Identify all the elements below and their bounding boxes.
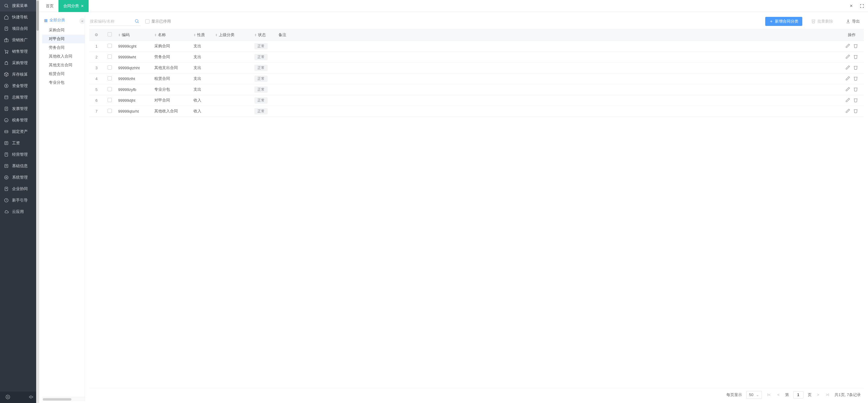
prev-page-button[interactable]: < bbox=[776, 393, 781, 397]
sidebar-item-search[interactable]: 搜索菜单 bbox=[0, 0, 39, 11]
export-icon bbox=[846, 19, 850, 24]
first-page-button[interactable]: I< bbox=[766, 393, 772, 397]
status-badge: 正常 bbox=[254, 54, 268, 60]
th-nature-label: 性质 bbox=[197, 33, 205, 37]
fullscreen-icon[interactable] bbox=[858, 2, 866, 10]
add-category-button[interactable]: ＋ 新增合同分类 bbox=[765, 17, 802, 26]
sidebar-scrollbar-thumb[interactable] bbox=[36, 1, 39, 31]
sidebar-item-sys[interactable]: 系统管理 bbox=[0, 172, 39, 183]
close-icon[interactable]: ✕ bbox=[81, 0, 84, 12]
cell-checkbox[interactable] bbox=[104, 62, 116, 73]
edit-icon[interactable] bbox=[845, 43, 850, 49]
th-nature[interactable]: ▲▼性质 bbox=[191, 29, 213, 41]
cell-checkbox[interactable] bbox=[104, 73, 116, 84]
sidebar-item-biz[interactable]: 经营管理 bbox=[0, 149, 39, 160]
sidebar-item-salary[interactable]: 工资 bbox=[0, 137, 39, 149]
edit-icon[interactable] bbox=[845, 87, 850, 93]
sidebar-item-bag[interactable]: 采购管理 bbox=[0, 57, 39, 69]
edit-icon[interactable] bbox=[845, 54, 850, 60]
cell-checkbox[interactable] bbox=[104, 106, 116, 116]
tree-item[interactable]: 采购合同 bbox=[42, 26, 85, 35]
sidebar-footer bbox=[0, 392, 39, 403]
last-page-button[interactable]: >I bbox=[825, 393, 830, 397]
tree-hscrollbar[interactable] bbox=[42, 397, 85, 401]
tree-item[interactable]: 专业分包 bbox=[42, 78, 85, 87]
sidebar-item-gift[interactable]: 营销推广 bbox=[0, 34, 39, 46]
edit-icon[interactable] bbox=[845, 98, 850, 103]
delete-icon[interactable] bbox=[853, 108, 858, 114]
tree-item[interactable]: 其他支出合同 bbox=[42, 61, 85, 70]
th-parent[interactable]: ▲▼上级分类 bbox=[213, 29, 252, 41]
next-page-button[interactable]: > bbox=[816, 393, 821, 397]
delete-icon[interactable] bbox=[853, 65, 858, 71]
sidebar-item-cart[interactable]: 销售管理 bbox=[0, 46, 39, 57]
sidebar-item-tax[interactable]: 税务管理 bbox=[0, 114, 39, 126]
page-input[interactable] bbox=[793, 391, 804, 399]
sidebar-scroll[interactable]: 搜索菜单快捷导航项目合同营销推广销售管理采购管理库存核算资金管理总账管理发票管理… bbox=[0, 0, 39, 392]
sidebar-item-coin[interactable]: 资金管理 bbox=[0, 80, 39, 92]
sidebar-item-home[interactable]: 快捷导航 bbox=[0, 11, 39, 23]
collapse-tree-button[interactable]: « bbox=[79, 18, 85, 24]
svg-line-1 bbox=[7, 7, 8, 7]
cell-status: 正常 bbox=[252, 52, 276, 62]
tree-item[interactable]: 其他收入合同 bbox=[42, 52, 85, 61]
tree-hscrollbar-thumb[interactable] bbox=[43, 398, 71, 401]
tree-header[interactable]: ▦ 全部分类 bbox=[42, 16, 85, 26]
sidebar-item-label: 系统管理 bbox=[12, 175, 28, 180]
sidebar-item-collab[interactable]: 企业协同 bbox=[0, 183, 39, 195]
sidebar-item-asset[interactable]: 固定资产 bbox=[0, 126, 39, 137]
search-icon[interactable] bbox=[134, 19, 139, 24]
sidebar-scrollbar[interactable] bbox=[36, 0, 39, 403]
sidebar-item-label: 发票管理 bbox=[12, 106, 28, 111]
cell-parent bbox=[213, 62, 252, 73]
th-code[interactable]: ▲▼编码 bbox=[116, 29, 152, 41]
cell-status: 正常 bbox=[252, 95, 276, 106]
cell-checkbox[interactable] bbox=[104, 41, 116, 52]
edit-icon[interactable] bbox=[845, 76, 850, 81]
sidebar-item-ledger[interactable]: 总账管理 bbox=[0, 92, 39, 103]
delete-icon[interactable] bbox=[853, 76, 858, 81]
export-button[interactable]: 导出 bbox=[842, 17, 864, 26]
gear-icon[interactable] bbox=[5, 395, 10, 400]
th-name[interactable]: ▲▼名称 bbox=[152, 29, 191, 41]
th-checkall[interactable] bbox=[104, 29, 116, 41]
th-status[interactable]: ▲▼状态 bbox=[252, 29, 276, 41]
cell-status: 正常 bbox=[252, 106, 276, 116]
delete-icon[interactable] bbox=[853, 87, 858, 93]
show-disabled-checkbox[interactable]: 显示已停用 bbox=[145, 19, 171, 24]
tab-close-button[interactable]: ✕ bbox=[847, 2, 855, 10]
batch-delete-button[interactable]: 批量删除 bbox=[807, 17, 837, 26]
th-gear[interactable]: ⚙ bbox=[89, 29, 104, 41]
cell-nature: 收入 bbox=[191, 95, 213, 106]
svg-point-0 bbox=[5, 4, 7, 7]
edit-icon[interactable] bbox=[845, 65, 850, 71]
sort-icon: ▲▼ bbox=[154, 33, 157, 36]
tab-contract-category[interactable]: 合同分类 ✕ bbox=[59, 0, 89, 12]
sidebar-item-invoice[interactable]: 发票管理 bbox=[0, 103, 39, 114]
delete-icon[interactable] bbox=[853, 43, 858, 49]
cell-checkbox[interactable] bbox=[104, 95, 116, 106]
per-page-select[interactable]: 50 ⌄ bbox=[746, 391, 762, 399]
svg-point-13 bbox=[4, 119, 8, 122]
cell-checkbox[interactable] bbox=[104, 84, 116, 95]
sidebar-item-cloud[interactable]: 云应用 bbox=[0, 206, 39, 217]
sidebar-item-guide[interactable]: 新手引导 bbox=[0, 195, 39, 206]
search-wrap bbox=[89, 17, 141, 26]
cell-nature: 支出 bbox=[191, 62, 213, 73]
sound-icon[interactable] bbox=[29, 395, 34, 400]
tree-item[interactable]: 劳务合同 bbox=[42, 43, 85, 52]
tabbar: 首页 合同分类 ✕ ✕ bbox=[39, 0, 868, 12]
sidebar-item-info[interactable]: 基础信息 bbox=[0, 160, 39, 172]
tree-item[interactable]: 对甲合同 bbox=[42, 35, 85, 43]
coin-icon bbox=[4, 83, 9, 89]
tab-home[interactable]: 首页 bbox=[41, 0, 59, 12]
export-label: 导出 bbox=[852, 19, 860, 24]
delete-icon[interactable] bbox=[853, 98, 858, 103]
sidebar-item-doc[interactable]: 项目合同 bbox=[0, 23, 39, 34]
tree-item[interactable]: 租赁合同 bbox=[42, 70, 85, 78]
sidebar-item-box[interactable]: 库存核算 bbox=[0, 69, 39, 80]
search-input[interactable] bbox=[89, 17, 141, 26]
cell-checkbox[interactable] bbox=[104, 52, 116, 62]
edit-icon[interactable] bbox=[845, 108, 850, 114]
delete-icon[interactable] bbox=[853, 54, 858, 60]
